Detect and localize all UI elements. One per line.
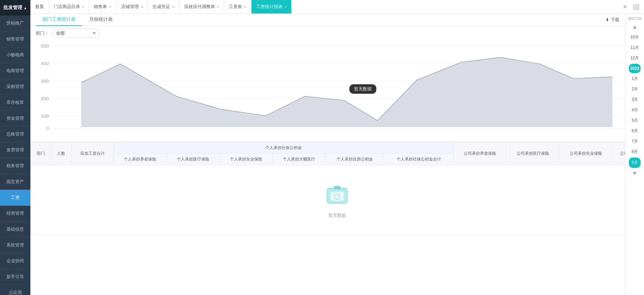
- svg-text:?: ?: [336, 195, 339, 199]
- date-panel-current-date: 2022.09: [625, 15, 644, 22]
- th-personal-pension: 个人承担养老保险: [113, 154, 166, 165]
- sidebar-title: 批发管理: [3, 5, 22, 11]
- date-current-1月[interactable]: 1月: [627, 73, 643, 84]
- date-current-7月[interactable]: 7月: [627, 136, 643, 147]
- sidebar-item-8[interactable]: 发票管理: [0, 142, 30, 158]
- th-personal-total: 个人承担社保公积金合计: [384, 154, 453, 165]
- svg-rect-17: [334, 186, 341, 189]
- date-current-2月[interactable]: 2月: [627, 84, 643, 94]
- tab-bar-end: ✕ ⬜: [618, 2, 644, 11]
- date-panel-down-arrow[interactable]: ▼: [630, 168, 640, 178]
- date-current-4月[interactable]: 4月: [627, 105, 643, 115]
- sidebar-arrow-icon: ▲: [24, 6, 27, 10]
- tab-label-2: 销售单: [94, 4, 107, 10]
- tab-close-6[interactable]: ×: [244, 5, 246, 9]
- close-all-icon[interactable]: ✕: [621, 2, 628, 11]
- tab-label-7: 工资统计报表: [256, 4, 283, 10]
- sidebar-item-10[interactable]: 固定资产: [0, 174, 30, 190]
- date-current-5月[interactable]: 5月: [627, 115, 643, 126]
- tab-0[interactable]: 首页: [30, 0, 49, 13]
- tab-label-1: 门店商品目录: [54, 4, 80, 10]
- sidebar-item-4[interactable]: 采购管理: [0, 79, 30, 95]
- tab-label-6: 工资表: [229, 4, 242, 10]
- tab-5[interactable]: 应收应付调整单×: [180, 0, 224, 13]
- th-company-medical: 公司承担医疗保险: [506, 142, 559, 165]
- restore-icon[interactable]: ⬜: [631, 2, 641, 11]
- date-year-2022[interactable]: 2022: [629, 64, 641, 73]
- tab-bar: 首页门店商品目录×销售单×店铺管理×生成凭证×应收应付调整单×工资表×工资统计报…: [30, 0, 644, 14]
- tab-close-3[interactable]: ×: [141, 5, 143, 9]
- svg-point-18: [329, 188, 331, 190]
- th-department: 部门: [31, 142, 51, 165]
- table-empty-state: ? 暂无数据: [31, 165, 644, 235]
- tab-6[interactable]: 工资表×: [224, 0, 251, 13]
- date-current-9月[interactable]: 9月: [629, 157, 641, 168]
- download-button[interactable]: ⬇ 下载: [606, 17, 619, 23]
- sub-tab-1[interactable]: 月份统计表: [82, 14, 119, 26]
- sidebar-item-6[interactable]: 资金管理: [0, 111, 30, 126]
- sidebar-item-0[interactable]: 营销推广: [0, 16, 30, 31]
- tab-2[interactable]: 销售单×: [89, 0, 116, 13]
- tab-close-2[interactable]: ×: [109, 5, 111, 9]
- sidebar-item-2[interactable]: 小畅电商: [0, 47, 30, 63]
- tab-label-5: 应收应付调整单: [184, 4, 215, 10]
- svg-text:200: 200: [41, 96, 49, 101]
- svg-text:500: 500: [41, 44, 49, 49]
- svg-text:0: 0: [46, 126, 49, 131]
- tab-close-5[interactable]: ×: [217, 5, 219, 9]
- svg-point-19: [343, 188, 345, 190]
- tab-7[interactable]: 工资统计报表×: [251, 0, 292, 13]
- sub-tab-0[interactable]: 部门工资统计表: [36, 14, 82, 26]
- date-2022-12月[interactable]: 12月: [627, 53, 643, 63]
- date-current-6月[interactable]: 6月: [627, 126, 643, 136]
- sidebar-item-5[interactable]: 库存核算: [0, 95, 30, 111]
- sidebar-item-14[interactable]: 系统管理: [0, 237, 30, 253]
- tab-label-4: 生成凭证: [153, 4, 170, 10]
- department-select[interactable]: 全部 部门A 部门B 部门C: [52, 29, 100, 38]
- date-panel: 2022.09 ▲ 10月11月12月20221月2月3月4月5月6月7月8月9…: [625, 14, 644, 295]
- th-personal-unemployment: 个人承担失业保险: [219, 154, 272, 165]
- date-panel-up-arrow[interactable]: ▲: [630, 22, 640, 32]
- tab-1[interactable]: 门店商品目录×: [49, 0, 89, 13]
- th-headcount: 人数: [51, 142, 71, 165]
- sidebar-item-7[interactable]: 总账管理: [0, 126, 30, 142]
- tab-label-0: 首页: [35, 4, 44, 10]
- sidebar-header[interactable]: 批发管理 ▲: [0, 0, 30, 16]
- sidebar-item-9[interactable]: 税务管理: [0, 158, 30, 174]
- date-current-8月[interactable]: 8月: [627, 147, 643, 157]
- date-current-3月[interactable]: 3月: [627, 94, 643, 105]
- filter-row: 部门： 全部 部门A 部门B 部门C: [30, 26, 644, 40]
- th-company-unemployment: 公司承担失业保险: [560, 142, 613, 165]
- sidebar-item-1[interactable]: 销售管理: [0, 31, 30, 47]
- svg-text:400: 400: [41, 61, 49, 66]
- th-total-salary: 应发工资合计: [71, 142, 113, 165]
- chart-svg: 500 400 300 200 100 0: [36, 44, 639, 131]
- tab-4[interactable]: 生成凭证×: [148, 0, 179, 13]
- date-2022-11月[interactable]: 11月: [627, 42, 643, 53]
- date-2022-10月[interactable]: 10月: [627, 32, 643, 42]
- tab-3[interactable]: 店铺管理×: [116, 0, 148, 13]
- sidebar-item-13[interactable]: 基础信息: [0, 222, 30, 237]
- sidebar: 批发管理 ▲ 营销推广销售管理小畅电商电商管理采购管理库存核算资金管理总账管理发…: [0, 0, 30, 295]
- th-personal-large-medical: 个人承担大额医疗: [273, 154, 326, 165]
- sidebar-item-15[interactable]: 企业协同: [0, 253, 30, 269]
- th-company-pension: 公司承担养老保险: [453, 142, 506, 165]
- download-label: 下载: [611, 17, 619, 23]
- table-container[interactable]: 部门 人数 应发工资合计 个人承担社保公积金 公司承担养老保险 公司承担医疗保险…: [30, 142, 644, 295]
- tab-close-1[interactable]: ×: [82, 5, 84, 9]
- tab-close-7[interactable]: ×: [285, 5, 287, 9]
- data-table: 部门 人数 应发工资合计 个人承担社保公积金 公司承担养老保险 公司承担医疗保险…: [30, 142, 644, 235]
- sidebar-item-17[interactable]: 云应用: [0, 285, 30, 295]
- tab-close-4[interactable]: ×: [172, 5, 174, 9]
- sub-tabs: 部门工资统计表月份统计表: [36, 14, 119, 26]
- tab-label-3: 店铺管理: [121, 4, 139, 10]
- sidebar-item-11[interactable]: 工资: [0, 190, 30, 206]
- download-icon: ⬇: [606, 17, 609, 22]
- sidebar-item-16[interactable]: 新手引导: [0, 269, 30, 285]
- th-personal-insurance-group: 个人承担社保公积金: [113, 142, 453, 154]
- sidebar-item-3[interactable]: 电商管理: [0, 63, 30, 79]
- sidebar-item-12[interactable]: 经营管理: [0, 206, 30, 222]
- empty-text: 暂无数据: [328, 212, 346, 218]
- svg-marker-12: [81, 57, 613, 127]
- th-personal-medical: 个人承担医疗保险: [166, 154, 219, 165]
